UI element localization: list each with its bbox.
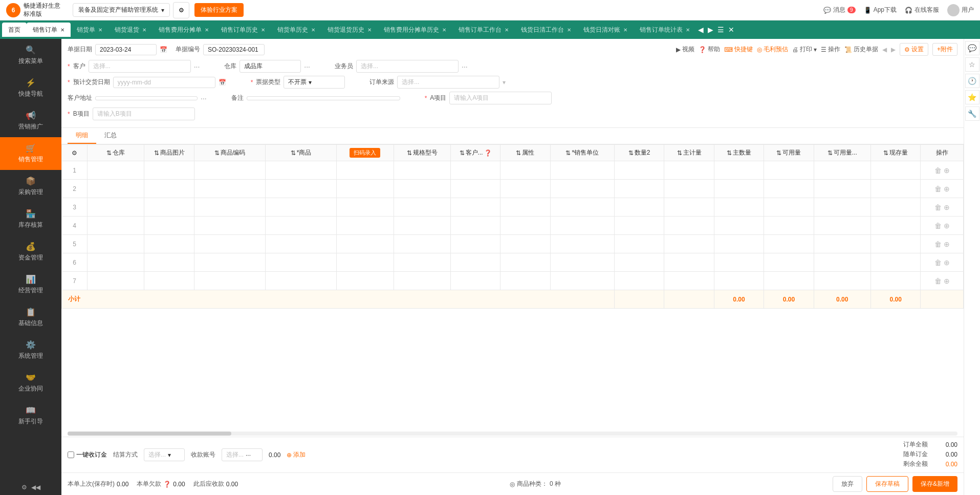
col-main-qty[interactable]: ⇅ 主数量 bbox=[714, 145, 764, 161]
row-warehouse-1[interactable] bbox=[88, 161, 144, 180]
row-stock-1[interactable] bbox=[870, 161, 920, 180]
col-cust-attr[interactable]: ⇅ 客户... ❓ bbox=[450, 145, 500, 161]
sidebar-item-search[interactable]: 🔍 搜索菜单 bbox=[0, 39, 61, 72]
row-scan-2[interactable] bbox=[337, 180, 394, 198]
save-new-btn[interactable]: 保存&新增 bbox=[912, 476, 957, 492]
sidebar-item-inventory[interactable]: 🏪 库存核算 bbox=[0, 203, 61, 235]
industry-btn[interactable]: 体验行业方案 bbox=[194, 3, 244, 17]
close-icon[interactable]: ✕ bbox=[311, 27, 315, 33]
tab-sales-return-history[interactable]: 销货退货历史 ✕ bbox=[321, 23, 378, 37]
right-btn-5[interactable]: 🔧 bbox=[965, 106, 979, 121]
project-a-input[interactable]: 请输入A项目 bbox=[449, 92, 552, 104]
close-icon[interactable]: ✕ bbox=[60, 27, 64, 33]
delete-row-icon[interactable]: 🗑 bbox=[934, 277, 942, 285]
col-stock[interactable]: ⇅ 现存量 bbox=[870, 145, 920, 161]
user-avatar[interactable]: 用户 bbox=[947, 4, 974, 16]
row-avail2-1[interactable] bbox=[814, 161, 870, 180]
tab-sales-return[interactable]: 销货退货 ✕ bbox=[108, 23, 153, 37]
tab-sales-slip[interactable]: 销货单 ✕ bbox=[71, 23, 108, 37]
col-img[interactable]: ⇅ 商品图片 bbox=[144, 145, 194, 161]
right-btn-2[interactable]: ☆ bbox=[965, 57, 979, 72]
row-cust-attr-2[interactable] bbox=[450, 180, 500, 198]
save-draft-btn[interactable]: 保存草稿 bbox=[866, 476, 908, 492]
customer-more-icon[interactable]: ··· bbox=[194, 62, 200, 71]
row-code-2[interactable] bbox=[194, 180, 265, 198]
tab-cash-reconcile[interactable]: 钱货日清对账 ✕ bbox=[577, 23, 634, 37]
sidebar-item-enterprise[interactable]: 🤝 企业协同 bbox=[0, 367, 61, 399]
row-spec-1[interactable] bbox=[394, 161, 450, 180]
warehouse-input[interactable]: 成品库 bbox=[239, 60, 301, 73]
close-icon[interactable]: ✕ bbox=[205, 27, 209, 33]
order-source-input[interactable]: 选择... bbox=[397, 76, 499, 89]
calendar-icon[interactable]: 📅 bbox=[160, 46, 167, 53]
nav-next-icon[interactable]: ▶ bbox=[891, 46, 896, 53]
right-btn-1[interactable]: 💬 bbox=[965, 41, 979, 55]
scroll-thumb[interactable] bbox=[68, 432, 231, 436]
online-service-btn[interactable]: 🎧 在线客服 bbox=[905, 6, 939, 14]
sidebar-item-marketing[interactable]: 📢 营销推广 bbox=[0, 104, 61, 137]
close-icon[interactable]: ✕ bbox=[142, 27, 146, 33]
row-attr-1[interactable] bbox=[500, 161, 550, 180]
tab-prev-btn[interactable]: ◀ bbox=[696, 26, 706, 34]
row-qty2-2[interactable] bbox=[614, 180, 664, 198]
copy-row-icon[interactable]: ⊕ bbox=[944, 166, 950, 175]
tab-summary[interactable]: 汇总 bbox=[96, 128, 125, 144]
row-cust-attr-1[interactable] bbox=[450, 161, 500, 180]
message-btn[interactable]: 💬 消息 9 bbox=[823, 6, 856, 14]
customer-input[interactable]: 选择... bbox=[89, 60, 191, 73]
close-icon[interactable]: ✕ bbox=[505, 27, 509, 33]
close-icon[interactable]: ✕ bbox=[623, 27, 627, 33]
tab-sales-fee[interactable]: 销售费用分摊单 ✕ bbox=[153, 23, 215, 37]
tab-sales-fee-history[interactable]: 销售费用分摊单历史 ✕ bbox=[378, 23, 452, 37]
collapse-icon[interactable]: ◀◀ bbox=[31, 484, 40, 491]
col-attr[interactable]: ⇅ 属性 bbox=[500, 145, 550, 161]
payment-method-select[interactable]: 选择... ▾ bbox=[144, 448, 185, 461]
row-name-2[interactable] bbox=[266, 180, 337, 198]
sidebar-item-sales[interactable]: 🛒 销售管理 bbox=[0, 137, 61, 170]
delete-row-icon[interactable]: 🗑 bbox=[934, 203, 942, 211]
col-unit[interactable]: ⇅ *销售单位 bbox=[550, 145, 614, 161]
settings-btn[interactable]: ⚙ 设置 bbox=[900, 43, 928, 56]
shortcut-btn[interactable]: ⌨ 快捷键 bbox=[724, 45, 753, 54]
app-download-btn[interactable]: 📱 App下载 bbox=[864, 6, 897, 14]
close-icon[interactable]: ✕ bbox=[567, 27, 571, 33]
delivery-calendar-icon[interactable]: 📅 bbox=[219, 79, 226, 86]
close-icon[interactable]: ✕ bbox=[98, 27, 102, 33]
tab-home[interactable]: 首页 bbox=[2, 23, 27, 37]
row-attr-2[interactable] bbox=[500, 180, 550, 198]
row-code-1[interactable] bbox=[194, 161, 265, 180]
copy-row-icon[interactable]: ⊕ bbox=[944, 277, 950, 285]
row-unit-1[interactable] bbox=[550, 161, 614, 180]
operate-btn[interactable]: ☰ 操作 bbox=[821, 45, 840, 54]
delete-row-icon[interactable]: 🗑 bbox=[934, 222, 942, 230]
right-btn-3[interactable]: 🕐 bbox=[965, 74, 979, 88]
tab-cash-workbench[interactable]: 钱货日清工作台 ✕ bbox=[515, 23, 577, 37]
row-unit-2[interactable] bbox=[550, 180, 614, 198]
right-btn-4[interactable]: ⭐ bbox=[965, 90, 979, 104]
copy-row-icon[interactable]: ⊕ bbox=[944, 185, 950, 193]
scan-btn[interactable]: 扫码录入 bbox=[350, 148, 380, 158]
one-click-input[interactable] bbox=[68, 451, 74, 458]
row-name-1[interactable] bbox=[266, 161, 337, 180]
scroll-track[interactable] bbox=[68, 432, 957, 436]
sidebar-item-operation[interactable]: 📊 经营管理 bbox=[0, 268, 61, 301]
tab-sales-order[interactable]: 销售订单 ✕ bbox=[27, 23, 71, 37]
copy-row-icon[interactable]: ⊕ bbox=[944, 259, 950, 267]
row-avail2-2[interactable] bbox=[814, 180, 870, 198]
tab-close-all-btn[interactable]: ✕ bbox=[726, 26, 736, 34]
tab-sales-slip-history[interactable]: 销货单历史 ✕ bbox=[271, 23, 321, 37]
close-icon[interactable]: ✕ bbox=[442, 27, 446, 33]
row-main-unit-1[interactable] bbox=[664, 161, 714, 180]
delete-row-icon[interactable]: 🗑 bbox=[934, 185, 942, 193]
close-icon[interactable]: ✕ bbox=[261, 27, 265, 33]
sidebar-item-guide[interactable]: 📖 新手引导 bbox=[0, 399, 61, 432]
remark-input[interactable] bbox=[247, 96, 400, 100]
row-scan-1[interactable] bbox=[337, 161, 394, 180]
receipt-account-select[interactable]: 选择... ··· bbox=[222, 448, 263, 461]
project-b-input[interactable]: 请输入B项目 bbox=[93, 107, 195, 120]
row-qty2-1[interactable] bbox=[614, 161, 664, 180]
row-main-qty-2[interactable] bbox=[714, 180, 764, 198]
row-avail-2[interactable] bbox=[764, 180, 814, 198]
tab-detail[interactable]: 明细 bbox=[68, 128, 96, 144]
row-spec-2[interactable] bbox=[394, 180, 450, 198]
